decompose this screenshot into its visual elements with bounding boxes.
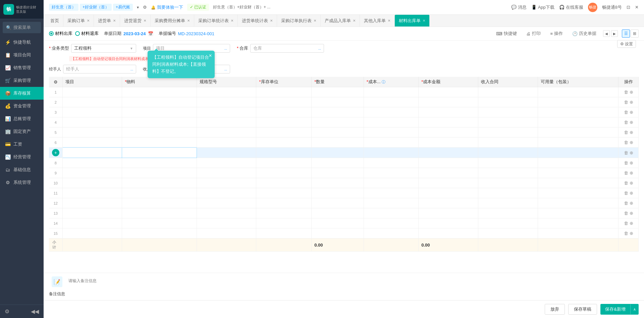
row-income-contract[interactable] [478, 87, 538, 97]
row-cost-amount[interactable] [419, 127, 478, 138]
tab-home[interactable]: 首页 [46, 15, 63, 26]
topbar-dropdown-arrow[interactable]: ▾ [134, 4, 142, 10]
sidebar-item-inventory[interactable]: 📦 库存核算 [0, 87, 44, 100]
row-available[interactable] [538, 198, 618, 208]
tab-close-icon[interactable]: ✕ [423, 19, 425, 22]
tab-material-outbound[interactable]: 材料出库单 ✕ [395, 15, 430, 26]
row-cost-amount[interactable] [419, 97, 478, 107]
tab-close-icon[interactable]: ✕ [353, 19, 356, 22]
row-cost-price[interactable] [364, 97, 418, 107]
delete-row-icon[interactable]: 🗑 [624, 211, 628, 216]
row-unit[interactable] [256, 107, 312, 117]
row-cost-price[interactable] [364, 117, 418, 127]
row-income-contract[interactable] [478, 127, 538, 138]
row-spec[interactable] [197, 188, 256, 198]
new-row-available[interactable] [538, 148, 618, 158]
row-spec[interactable] [197, 208, 256, 218]
row-project[interactable] [62, 228, 122, 238]
row-income-contract[interactable] [478, 218, 538, 228]
row-unit[interactable] [256, 158, 312, 168]
copy-row-icon[interactable]: ⊕ [630, 221, 633, 226]
row-unit[interactable] [256, 87, 312, 97]
online-support-btn[interactable]: 🎧 在线客服 [559, 4, 583, 10]
sidebar-item-basic[interactable]: 🗂 基础信息 [0, 163, 44, 176]
row-material[interactable] [122, 138, 197, 148]
row-unit[interactable] [256, 198, 312, 208]
row-cost-price[interactable] [364, 178, 418, 188]
settings-button[interactable]: ⚙ 设置 [617, 40, 636, 48]
copy-row-icon[interactable]: ⊕ [630, 90, 633, 95]
tab-close-icon[interactable]: ✕ [144, 19, 146, 22]
tab-purchase-order[interactable]: 采购订单 ✕ [63, 15, 94, 26]
sidebar-item-sales[interactable]: 📈 销售管理 [0, 61, 44, 74]
row-cost-price[interactable] [364, 127, 418, 138]
row-income-contract[interactable] [478, 168, 538, 178]
row-quantity[interactable] [312, 127, 364, 138]
radio-material-outbound[interactable]: 材料出库 [49, 31, 72, 37]
row-project[interactable] [62, 188, 122, 198]
row-unit[interactable] [256, 117, 312, 127]
row-cost-amount[interactable] [419, 198, 478, 208]
row-cost-amount[interactable] [419, 188, 478, 198]
row-quantity[interactable] [312, 198, 364, 208]
row-available[interactable] [538, 168, 618, 178]
row-cost-amount[interactable] [419, 178, 478, 188]
sidebar-item-purchase[interactable]: 🛒 采购管理 [0, 74, 44, 87]
row-cost-price[interactable] [364, 188, 418, 198]
row-project[interactable] [62, 158, 122, 168]
sidebar-item-operations[interactable]: 📉 经营管理 [0, 151, 44, 163]
shortcut-key-btn[interactable]: ⌨ 快捷键 [493, 30, 520, 37]
topbar-notify[interactable]: 🔔 我要体验一下 [151, 4, 183, 10]
row-available[interactable] [538, 188, 618, 198]
row-unit[interactable] [256, 218, 312, 228]
row-project[interactable] [62, 198, 122, 208]
notes-input[interactable] [68, 276, 639, 285]
copy-row-icon[interactable]: ⊕ [630, 150, 633, 155]
copy-row-icon[interactable]: ⊕ [630, 160, 633, 165]
topbar-tag-yidaizhang[interactable]: +易代账 [113, 4, 133, 11]
income-contract-ellipsis[interactable]: ... [224, 67, 227, 71]
copy-row-icon[interactable]: ⊕ [630, 100, 633, 105]
tab-finished-goods[interactable]: 产成品入库单 ✕ [321, 15, 360, 26]
row-spec[interactable] [197, 158, 256, 168]
sidebar-item-project[interactable]: 📋 项目合同 [0, 49, 44, 61]
save-draft-button[interactable]: 保存草稿 [568, 304, 597, 315]
row-cost-amount[interactable] [419, 158, 478, 168]
row-spec[interactable] [197, 117, 256, 127]
row-income-contract[interactable] [478, 97, 538, 107]
tab-purchase-stat[interactable]: 采购订单统计表 ✕ [194, 15, 238, 26]
tooltip-close-btn[interactable]: ✕ [209, 53, 212, 59]
row-cost-amount[interactable] [419, 218, 478, 228]
row-quantity[interactable] [312, 178, 364, 188]
delete-row-icon[interactable]: 🗑 [624, 120, 628, 125]
copy-row-icon[interactable]: ⊕ [630, 180, 633, 186]
row-material[interactable] [122, 107, 197, 117]
delete-row-icon[interactable]: 🗑 [624, 191, 628, 196]
handler-ellipsis[interactable]: ... [130, 67, 133, 71]
delete-row-icon[interactable]: 🗑 [624, 221, 628, 226]
tab-incoming-stat[interactable]: 进货单统计表 ✕ [238, 15, 277, 26]
handler-input[interactable]: 经手人 ... [63, 65, 136, 73]
topbar-settings-icon[interactable]: ⚙ [143, 5, 147, 10]
sidebar-item-payroll[interactable]: 💳 工资 [0, 138, 44, 151]
delete-row-icon[interactable]: 🗑 [624, 170, 628, 175]
row-project[interactable] [62, 138, 122, 148]
row-unit[interactable] [256, 127, 312, 138]
copy-row-icon[interactable]: ⊕ [630, 191, 633, 196]
row-project[interactable] [62, 127, 122, 138]
row-available[interactable] [538, 208, 618, 218]
new-row-quantity[interactable] [312, 148, 364, 158]
row-material[interactable] [122, 178, 197, 188]
row-available[interactable] [538, 117, 618, 127]
app-download-btn[interactable]: 📱 App下载 [531, 4, 554, 10]
tab-incoming[interactable]: 进货单 ✕ [94, 15, 120, 26]
row-project[interactable] [62, 97, 122, 107]
row-quantity[interactable] [312, 97, 364, 107]
row-spec[interactable] [197, 218, 256, 228]
row-material[interactable] [122, 208, 197, 218]
row-income-contract[interactable] [478, 117, 538, 127]
row-spec[interactable] [197, 138, 256, 148]
operations-btn[interactable]: ≡ 操作 [547, 30, 566, 37]
sidebar-search[interactable]: 🔍 搜索菜单 [3, 22, 41, 33]
row-material[interactable] [122, 168, 197, 178]
